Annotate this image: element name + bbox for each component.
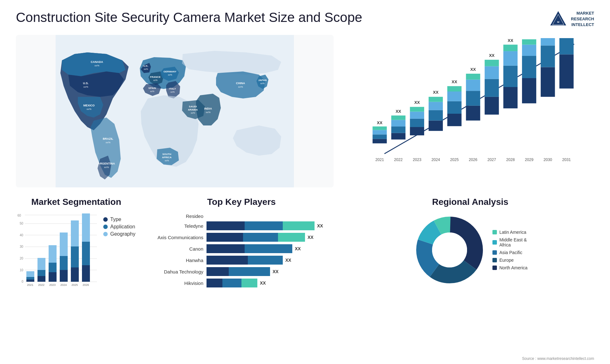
player-name-hanwha: Hanwha [146, 258, 203, 263]
player-row-dahua: Dahua Technology XX [146, 267, 337, 276]
svg-text:GERMANY: GERMANY [164, 70, 177, 73]
svg-text:2025: 2025 [71, 283, 78, 286]
svg-rect-75 [485, 79, 499, 97]
svg-text:50: 50 [20, 222, 24, 225]
svg-rect-87 [522, 56, 536, 78]
svg-rect-58 [429, 102, 443, 110]
svg-rect-82 [503, 51, 518, 66]
svg-text:2023: 2023 [49, 283, 56, 286]
svg-text:XX: XX [470, 67, 476, 72]
player-bar-hikvision: XX [207, 279, 337, 287]
legend-middle-east-africa: Middle East &Africa [492, 237, 528, 247]
svg-rect-46 [391, 120, 405, 127]
svg-text:xx%: xx% [150, 90, 154, 92]
svg-text:30: 30 [20, 245, 24, 248]
svg-rect-71 [466, 74, 480, 80]
player-name-teledyne: Teledyne [146, 223, 203, 229]
player-row-hikvision: Hikvision XX [146, 279, 337, 287]
map-area: CANADA xx% U.S. xx% MEXICO xx% BRAZIL xx… [16, 35, 334, 187]
top-section: CANADA xx% U.S. xx% MEXICO xx% BRAZIL xx… [16, 35, 594, 187]
svg-rect-77 [485, 60, 499, 66]
svg-text:XX: XX [433, 90, 439, 95]
svg-text:2029: 2029 [525, 158, 533, 162]
svg-text:10: 10 [20, 268, 24, 272]
svg-text:2021: 2021 [27, 283, 33, 286]
svg-text:xx%: xx% [165, 159, 169, 162]
player-bar-axis: XX [207, 233, 337, 242]
logo-area: M MARKET RESEARCH INTELLECT [549, 10, 594, 29]
svg-rect-88 [522, 45, 536, 56]
player-row-canon: Canon XX [146, 244, 337, 253]
svg-rect-121 [37, 258, 45, 270]
svg-text:U.S.: U.S. [83, 82, 89, 85]
svg-text:2026: 2026 [469, 158, 478, 162]
key-players-area: Top Key Players Resideo Teledyne [146, 197, 337, 318]
svg-text:2025: 2025 [450, 158, 459, 162]
svg-rect-40 [373, 130, 387, 134]
svg-text:xx%: xx% [144, 68, 148, 70]
svg-text:xx%: xx% [105, 141, 110, 144]
svg-rect-56 [429, 120, 443, 131]
asia-pacific-dot [492, 250, 497, 255]
svg-text:2028: 2028 [506, 158, 515, 162]
svg-rect-39 [373, 134, 387, 139]
svg-rect-64 [447, 91, 462, 101]
svg-text:CHINA: CHINA [236, 82, 245, 85]
bar-chart-area: XX 2021 XX 2022 XX 2023 [346, 35, 594, 187]
player-row-hanwha: Hanwha XX [146, 256, 337, 265]
middle-east-africa-label: Middle East &Africa [499, 237, 527, 247]
svg-rect-97 [559, 54, 574, 88]
svg-rect-135 [82, 265, 90, 282]
segmentation-title: Market Segmentation [16, 197, 137, 207]
europe-dot [492, 258, 497, 262]
key-players-title: Top Key Players [146, 197, 337, 207]
svg-text:2031: 2031 [562, 158, 571, 162]
svg-text:60: 60 [17, 214, 21, 217]
player-row-axis: Axis Communications XX [146, 233, 337, 242]
svg-text:xx%: xx% [238, 85, 243, 88]
svg-text:xx%: xx% [168, 74, 172, 76]
player-row-resideo: Resideo [146, 213, 337, 219]
middle-east-africa-dot [492, 240, 497, 245]
svg-rect-120 [37, 270, 45, 276]
svg-text:20: 20 [20, 257, 24, 260]
legend-type-dot [103, 217, 108, 222]
svg-rect-38 [373, 139, 387, 143]
svg-text:xx%: xx% [153, 79, 157, 81]
svg-text:xx%: xx% [83, 85, 88, 88]
svg-rect-123 [49, 272, 57, 282]
page-title: Construction Site Security Camera Market… [16, 10, 362, 25]
svg-rect-124 [49, 263, 57, 272]
svg-text:XX: XX [452, 79, 458, 84]
legend-application: Application [103, 224, 135, 230]
svg-rect-41 [373, 126, 387, 130]
svg-text:ARGENTINA: ARGENTINA [98, 162, 115, 165]
logo-icon: M [549, 10, 568, 29]
regional-legend: Latin America Middle East &Africa Asia P… [492, 230, 528, 270]
svg-rect-57 [429, 110, 443, 121]
svg-rect-44 [391, 133, 405, 140]
svg-rect-69 [466, 91, 480, 106]
svg-text:xx%: xx% [86, 108, 91, 111]
svg-rect-136 [82, 242, 90, 265]
legend-geography-label: Geography [110, 231, 135, 237]
svg-text:SOUTH: SOUTH [162, 153, 171, 156]
svg-text:MEXICO: MEXICO [83, 104, 95, 107]
svg-rect-117 [26, 271, 34, 277]
svg-rect-83 [503, 45, 518, 51]
svg-rect-70 [466, 80, 480, 91]
svg-rect-98 [559, 38, 574, 54]
segmentation-chart-svg: 0 10 20 30 40 50 60 [16, 213, 98, 286]
svg-rect-129 [60, 233, 68, 256]
svg-text:XX: XX [377, 120, 383, 125]
svg-point-144 [432, 233, 467, 267]
svg-text:xx%: xx% [104, 166, 109, 169]
svg-rect-116 [26, 277, 34, 280]
donut-container: Latin America Middle East &Africa Asia P… [346, 213, 594, 286]
svg-text:40: 40 [20, 233, 24, 237]
svg-text:2022: 2022 [38, 283, 44, 286]
legend-latin-america: Latin America [492, 230, 528, 235]
player-bar-hanwha: XX [207, 256, 337, 265]
player-bar-teledyne: XX [207, 221, 337, 230]
svg-rect-131 [71, 267, 79, 282]
